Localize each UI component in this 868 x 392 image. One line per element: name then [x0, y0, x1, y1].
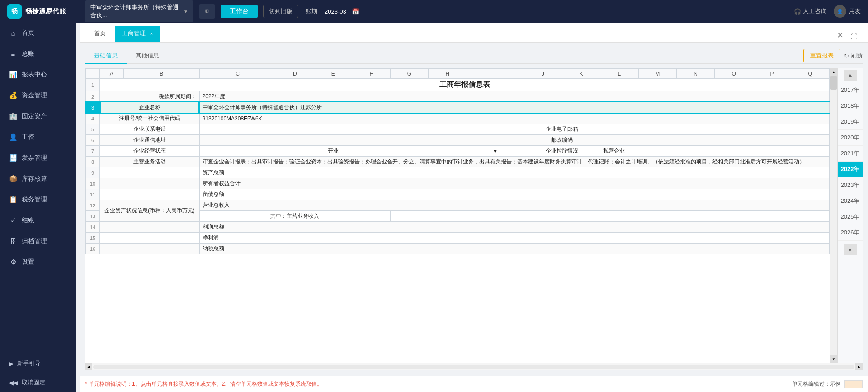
year-item-2023[interactable]: 2023年	[838, 177, 863, 193]
table-cell[interactable]: 企业控股情况	[524, 146, 600, 157]
panel-expand-button[interactable]: ⛶	[847, 31, 861, 42]
scroll-track[interactable]	[830, 76, 837, 355]
user-menu[interactable]: 👤 用友	[834, 5, 861, 18]
table-cell[interactable]: 企业联系电话	[100, 124, 200, 135]
table-cell[interactable]	[100, 233, 200, 244]
table-cell[interactable]	[390, 211, 829, 222]
table-cell[interactable]: 纳税总额	[199, 244, 314, 254]
sub-tab-basic-info[interactable]: 基础信息	[85, 48, 127, 64]
table-cell[interactable]	[314, 189, 829, 200]
table-cell[interactable]	[199, 124, 524, 135]
workbench-button[interactable]: 工作台	[221, 5, 258, 18]
table-cell[interactable]	[314, 222, 829, 233]
table-cell-title[interactable]: 工商年报信息表	[100, 79, 830, 91]
dropdown-arrow[interactable]: ▼	[467, 146, 524, 157]
consult-button[interactable]: 🎧 人工咨询	[794, 7, 826, 15]
sidebar-item-report[interactable]: 📊 报表中心	[0, 64, 76, 85]
spreadsheet-main[interactable]: A B C D E F G H I J	[85, 68, 830, 363]
sidebar-item-home[interactable]: ⌂ 首页	[0, 23, 76, 43]
scroll-thumb[interactable]	[830, 76, 837, 90]
table-cell[interactable]	[314, 200, 829, 211]
year-item-2021[interactable]: 2021年	[838, 146, 863, 162]
reset-report-button[interactable]: 重置报表	[803, 49, 840, 62]
scroll-down-button[interactable]: ▼	[830, 355, 837, 363]
copy-button[interactable]: ⧉	[199, 4, 215, 19]
year-scroll-down-button[interactable]: ▼	[844, 244, 857, 255]
table-cell[interactable]: 利润总额	[199, 222, 314, 233]
table-cell[interactable]: 开业	[199, 146, 467, 157]
sidebar-item-wages[interactable]: 👤 工资	[0, 127, 76, 148]
table-cell[interactable]: 企业通信地址	[100, 135, 200, 146]
refresh-button[interactable]: ↻ 刷新	[844, 52, 863, 60]
table-cell[interactable]	[100, 178, 200, 189]
sidebar-item-close[interactable]: ✓ 结账	[0, 210, 76, 231]
year-item-2024[interactable]: 2024年	[838, 193, 863, 209]
tab-business-management[interactable]: 工商管理 ×	[115, 26, 160, 42]
year-item-2025[interactable]: 2025年	[838, 209, 863, 225]
old-version-button[interactable]: 切到旧版	[263, 5, 298, 18]
hscroll-track[interactable]	[93, 365, 854, 369]
year-item-2017[interactable]: 2017年	[838, 82, 863, 98]
table-cell[interactable]: 企业资产状况信息(币种：人民币万元)	[100, 200, 200, 222]
table-cell[interactable]: 私营企业	[600, 146, 830, 157]
table-cell[interactable]: 资产总额	[199, 167, 314, 178]
table-cell[interactable]	[600, 135, 830, 146]
table-cell[interactable]: 所有者权益合计	[199, 178, 314, 189]
year-item-2026[interactable]: 2026年	[838, 225, 863, 241]
year-item-2022[interactable]: 2022年	[838, 162, 863, 177]
table-cell[interactable]	[314, 167, 829, 178]
sub-tab-other-info[interactable]: 其他信息	[127, 48, 168, 64]
table-cell[interactable]: 营业总收入	[199, 200, 314, 211]
table-cell[interactable]: 企业电子邮箱	[524, 124, 600, 135]
sidebar-item-tax[interactable]: 📋 税务管理	[0, 189, 76, 210]
sidebar-item-inventory[interactable]: 📦 库存核算	[0, 168, 76, 189]
table-cell[interactable]: 2022年度	[199, 91, 829, 102]
year-item-2018[interactable]: 2018年	[838, 98, 863, 114]
table-cell[interactable]	[314, 178, 829, 189]
vertical-scrollbar[interactable]: ▲ ▼	[830, 68, 837, 363]
sidebar-item-funds[interactable]: 💰 资金管理	[0, 85, 76, 106]
year-item-2019[interactable]: 2019年	[838, 114, 863, 130]
table-cell[interactable]: 主营业务活动	[100, 157, 200, 167]
inventory-icon: 📦	[9, 175, 17, 183]
table-cell[interactable]	[100, 167, 200, 178]
table-cell[interactable]: 企业经营状态	[100, 146, 200, 157]
table-cell[interactable]	[100, 244, 200, 254]
hscroll-right-button[interactable]: ▶	[855, 363, 863, 371]
table-cell[interactable]: 负债总额	[199, 189, 314, 200]
table-cell[interactable]	[314, 244, 829, 254]
horizontal-scrollbar[interactable]: ◀ ▶	[85, 363, 863, 370]
table-cell[interactable]: 企业名称	[100, 102, 200, 113]
table-cell[interactable]	[314, 233, 829, 244]
sidebar-item-invoice[interactable]: 🧾 发票管理	[0, 148, 76, 168]
table-cell[interactable]: 审查企业会计报表；出具审计报告；验证企业资本；出具验资报告；办理企业合开、分立、…	[199, 157, 829, 167]
tab-home[interactable]: 首页	[87, 26, 113, 42]
table-cell[interactable]: 邮政编码	[524, 135, 600, 146]
sidebar-item-archive[interactable]: 🗄 归档管理	[0, 231, 76, 252]
table-cell[interactable]: 净利润	[199, 233, 314, 244]
company-selector[interactable]: 中审众环会计师事务所（特殊普通合伙... ▼	[85, 0, 193, 22]
table-cell[interactable]	[199, 135, 524, 146]
table-cell[interactable]: 其中：主营业务收入	[199, 211, 390, 222]
scroll-up-button[interactable]: ▲	[830, 68, 837, 76]
table-cell[interactable]	[100, 222, 200, 233]
sidebar-item-ledger[interactable]: ≡ 总账	[0, 43, 76, 64]
table-cell[interactable]: 91320100MA208E5W6K	[199, 113, 829, 124]
year-item-2020[interactable]: 2020年	[838, 130, 863, 146]
table-cell[interactable]: 注册号/统一社会信用代码	[100, 113, 200, 124]
sidebar-item-assets[interactable]: 🏢 固定资产	[0, 106, 76, 127]
sidebar-resize-handle[interactable]	[76, 23, 80, 392]
row-num: 6	[86, 135, 100, 146]
year-scroll-up-button[interactable]: ▲	[844, 70, 857, 81]
table-cell[interactable]: 中审众环会计师事务所（特殊普通合伙）江苏分所	[199, 102, 829, 113]
calendar-icon[interactable]: 📅	[352, 8, 359, 15]
table-cell[interactable]	[600, 124, 830, 135]
unpin-sidebar[interactable]: ◀◀ 取消固定	[0, 373, 76, 392]
panel-close-button[interactable]: ✕	[833, 29, 847, 42]
sidebar-item-settings[interactable]: ⚙ 设置	[0, 252, 76, 272]
hscroll-left-button[interactable]: ◀	[85, 363, 92, 371]
table-cell[interactable]	[100, 189, 200, 200]
table-cell[interactable]: 税款所属期间：	[100, 91, 200, 102]
tab-close-icon[interactable]: ×	[150, 31, 153, 36]
new-user-guide[interactable]: ▶ 新手引导	[0, 354, 76, 373]
